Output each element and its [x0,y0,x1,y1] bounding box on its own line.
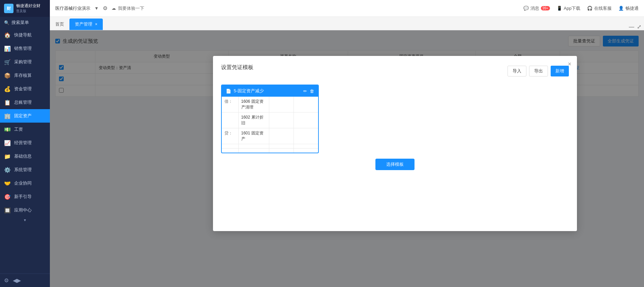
sidebar-item-operations[interactable]: 📈 经营管理 [0,136,50,150]
online-service-button[interactable]: 🎧 在线客服 [587,5,612,11]
inventory-icon: 📦 [4,72,11,79]
template-edit-icon[interactable]: ✏ [303,89,307,94]
app-center-icon: 🔲 [4,207,11,214]
operations-icon: 📈 [4,139,11,146]
sales-icon: 📊 [4,45,11,52]
tab-maximize-icon[interactable]: ⤢ [637,24,641,30]
try-button[interactable]: ☁ 我要体验一下 [112,5,144,11]
debit-label-1: 借： [222,97,239,112]
sidebar-item-system[interactable]: ⚙️ 系统管理 [0,163,50,177]
sidebar-item-enterprise[interactable]: 🤝 企业协同 [0,177,50,190]
tab-close-icon[interactable]: × [95,22,97,27]
message-button[interactable]: 💬 消息 99+ [523,5,550,11]
modal-header: 设置凭证模板 导入 导出 新增 [221,64,569,78]
scroll-down-arrow[interactable]: ▼ [0,217,50,223]
search-label: 搜索菜单 [11,20,29,26]
sidebar-item-ledger[interactable]: 📋 总账管理 [0,96,50,109]
voucher-template-modal: 设置凭证模板 导入 导出 新增 × 📄 5-固定资产减少 ✏ 🗑 [213,56,577,231]
sidebar-item-label: 总账管理 [14,99,32,105]
debit-account-2: 1602 累计折旧 [239,113,269,128]
service-icon: 🎧 [587,6,592,11]
company-caret-icon[interactable]: ▼ [94,6,99,11]
app-logo: 财 畅捷通好业财 普及版 [0,0,50,17]
search-icon: 🔍 [4,20,9,25]
tab-asset-mgmt[interactable]: 资产管理 × [69,19,103,30]
fixed-assets-icon: 🏢 [4,113,11,119]
sidebar-item-sales[interactable]: 📊 销售管理 [0,42,50,55]
credit-amount-1 [269,128,294,144]
empty-account-1 [239,144,269,148]
modal-close-button[interactable]: × [568,61,572,68]
sidebar-item-label: 新手引导 [14,194,32,200]
logo-icon: 财 [4,4,13,13]
debit-account-1: 1606 固定资产清理 [239,97,269,112]
app-download-label: App下载 [564,5,580,11]
cloud-icon: ☁ [112,6,116,11]
sidebar-item-label: 基础信息 [14,153,32,159]
tab-minimize-icon[interactable]: — [629,24,634,30]
template-header-actions: ✏ 🗑 [303,89,314,94]
sidebar-item-quick-nav[interactable]: 🏠 快捷导航 [0,28,50,42]
collapse-icon[interactable]: ◀▶ [13,277,21,284]
export-button[interactable]: 导出 [529,66,548,76]
template-row-debit-1: 借： 1606 固定资产清理 [222,97,318,113]
settings-gear-icon[interactable]: ⚙ [103,5,108,11]
template-name: 5-固定资产减少 [234,88,264,94]
template-delete-icon[interactable]: 🗑 [310,89,314,94]
empty-extra-2 [294,149,318,153]
user-button[interactable]: 👤 畅捷通 [618,5,639,11]
header-left: 医疗器械行业演示 ▼ ⚙ ☁ 我要体验一下 [55,5,144,11]
sidebar-item-inventory[interactable]: 📦 库存核算 [0,69,50,82]
tab-bar: 首页 资产管理 × — ⤢ [50,17,644,30]
app-download-button[interactable]: 📱 App下载 [557,5,580,11]
sidebar-item-label: 系统管理 [14,167,32,173]
sidebar-nav: 🏠 快捷导航 📊 销售管理 🛒 采购管理 📦 库存核算 💰 资金管理 📋 总账管… [0,28,50,274]
sidebar-item-salary[interactable]: 💵 工资 [0,123,50,136]
sidebar-item-app-center[interactable]: 🔲 应用中心 [0,203,50,217]
select-template-button[interactable]: 选择模板 [375,159,415,170]
sidebar-item-label: 库存核算 [14,72,32,78]
search-menu[interactable]: 🔍 搜索菜单 [0,17,50,28]
try-label: 我要体验一下 [118,5,144,11]
template-card-body: 借： 1606 固定资产清理 1602 累计折旧 贷： 1601 固定资产 [222,97,318,153]
sidebar-item-guide[interactable]: 🎯 新手引导 [0,190,50,203]
credit-extra-1 [294,128,318,144]
modal-title: 设置凭证模板 [221,64,253,71]
app-name: 畅捷通好业财 [16,3,40,9]
guide-icon: 🎯 [4,193,11,200]
template-row-empty-2 [222,149,318,153]
sidebar-item-label: 销售管理 [14,45,32,52]
new-template-button[interactable]: 新增 [551,66,569,76]
user-avatar-icon: 👤 [618,6,624,11]
sidebar-item-label: 资金管理 [14,86,32,92]
purchase-icon: 🛒 [4,59,11,65]
basic-info-icon: 📁 [4,153,11,160]
sidebar-item-label: 应用中心 [14,207,32,213]
system-icon: ⚙️ [4,166,11,173]
empty-amount-2 [269,149,294,153]
debit-extra-1 [294,97,318,112]
empty-extra-1 [294,144,318,148]
header-right: 💬 消息 99+ 📱 App下载 🎧 在线客服 👤 畅捷通 [523,5,639,11]
sidebar-item-basic-info[interactable]: 📁 基础信息 [0,150,50,163]
sidebar-item-capital[interactable]: 💰 资金管理 [0,82,50,96]
template-row-credit-1: 贷： 1601 固定资产 [222,128,318,144]
quick-nav-icon: 🏠 [4,32,11,38]
settings-icon[interactable]: ⚙ [4,277,9,284]
tab-home-label: 首页 [55,21,64,27]
download-icon: 📱 [557,6,562,11]
debit-extra-2 [294,113,318,128]
template-row-empty-1 [222,144,318,149]
tab-home[interactable]: 首页 [50,19,69,30]
message-label: 消息 [530,5,539,11]
credit-account-1: 1601 固定资产 [239,128,269,144]
empty-label-1 [222,144,239,148]
debit-amount-2 [269,113,294,128]
sidebar-item-fixed-assets[interactable]: 🏢 固定资产 [0,109,50,123]
modal-actions: 导入 导出 新增 [508,66,569,76]
header: 医疗器械行业演示 ▼ ⚙ ☁ 我要体验一下 💬 消息 99+ 📱 App下载 🎧… [50,0,644,17]
user-name: 畅捷通 [625,5,639,11]
import-button[interactable]: 导入 [508,66,526,76]
sidebar: 财 畅捷通好业财 普及版 🔍 搜索菜单 🏠 快捷导航 📊 销售管理 🛒 采购管理… [0,0,50,287]
sidebar-item-purchase[interactable]: 🛒 采购管理 [0,55,50,69]
